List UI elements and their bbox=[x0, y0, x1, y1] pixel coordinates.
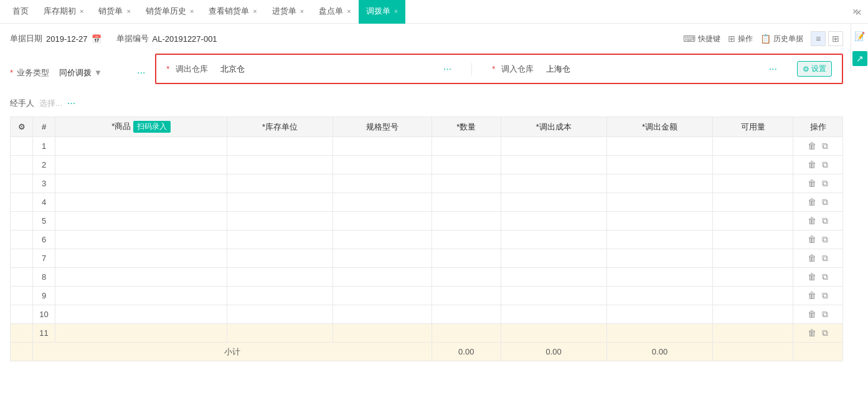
row-cost-9[interactable] bbox=[501, 287, 606, 305]
delete-icon-9[interactable]: 🗑 bbox=[808, 290, 816, 300]
row-qty-9[interactable] bbox=[432, 287, 501, 305]
row-product-1[interactable] bbox=[55, 137, 227, 156]
row-amount-10[interactable] bbox=[606, 305, 712, 324]
biz-type-dropdown-icon[interactable]: ▼ bbox=[94, 68, 102, 77]
side-note-btn[interactable]: 📝 bbox=[852, 29, 867, 44]
row-unit-5[interactable] bbox=[227, 212, 333, 231]
row-cost-8[interactable] bbox=[501, 268, 606, 287]
row-cost-2[interactable] bbox=[501, 156, 606, 174]
tab-inventory-check[interactable]: 盘点单 × bbox=[311, 0, 358, 24]
copy-icon-7[interactable]: ⧉ bbox=[822, 253, 828, 263]
row-cost-5[interactable] bbox=[501, 212, 606, 231]
list-view-btn[interactable]: ≡ bbox=[811, 31, 826, 46]
row-unit-4[interactable] bbox=[227, 193, 333, 212]
delete-icon-3[interactable]: 🗑 bbox=[808, 178, 816, 188]
close-inventory-check[interactable]: × bbox=[347, 7, 351, 15]
history-btn[interactable]: 📋 历史单据 bbox=[760, 34, 803, 44]
row-spec-4[interactable] bbox=[333, 193, 432, 212]
tab-inventory-init[interactable]: 库存期初 × bbox=[36, 0, 91, 24]
row-amount-11[interactable] bbox=[606, 324, 712, 343]
shortcut-btn[interactable]: ⌨ 快捷键 bbox=[683, 34, 720, 44]
tab-sales-history[interactable]: 销货单历史 × bbox=[138, 0, 201, 24]
row-unit-11[interactable] bbox=[227, 324, 333, 343]
row-spec-2[interactable] bbox=[333, 156, 432, 174]
row-unit-8[interactable] bbox=[227, 268, 333, 287]
row-qty-7[interactable] bbox=[432, 249, 501, 268]
tab-transfer-order[interactable]: 调拨单 × bbox=[359, 0, 405, 24]
row-amount-3[interactable] bbox=[606, 174, 712, 193]
row-product-4[interactable] bbox=[55, 193, 227, 212]
row-cost-10[interactable] bbox=[501, 305, 606, 324]
row-qty-6[interactable] bbox=[432, 231, 501, 249]
row-qty-11[interactable] bbox=[432, 324, 501, 343]
handler-select[interactable]: 选择... bbox=[39, 98, 62, 109]
biz-type-more-icon[interactable]: ··· bbox=[137, 67, 145, 79]
row-product-9[interactable] bbox=[55, 287, 227, 305]
row-unit-7[interactable] bbox=[227, 249, 333, 268]
tab-view-sales[interactable]: 查看销货单 × bbox=[201, 0, 264, 24]
row-amount-9[interactable] bbox=[606, 287, 712, 305]
row-amount-8[interactable] bbox=[606, 268, 712, 287]
delete-icon-8[interactable]: 🗑 bbox=[808, 272, 816, 282]
row-cost-7[interactable] bbox=[501, 249, 606, 268]
row-spec-9[interactable] bbox=[333, 287, 432, 305]
row-amount-6[interactable] bbox=[606, 231, 712, 249]
tab-sales-order[interactable]: 销货单 × bbox=[91, 0, 138, 24]
row-product-7[interactable] bbox=[55, 249, 227, 268]
copy-icon-3[interactable]: ⧉ bbox=[822, 178, 828, 188]
row-cost-3[interactable] bbox=[501, 174, 606, 193]
row-spec-3[interactable] bbox=[333, 174, 432, 193]
copy-icon-10[interactable]: ⧉ bbox=[822, 309, 828, 319]
copy-icon-1[interactable]: ⧉ bbox=[822, 141, 828, 151]
close-inventory-init[interactable]: × bbox=[80, 7, 83, 15]
row-product-2[interactable] bbox=[55, 156, 227, 174]
delete-icon-1[interactable]: 🗑 bbox=[808, 141, 816, 151]
close-sales-history[interactable]: × bbox=[190, 7, 194, 15]
row-spec-1[interactable] bbox=[333, 137, 432, 156]
side-export-btn[interactable]: ↗ bbox=[852, 51, 867, 66]
row-unit-10[interactable] bbox=[227, 305, 333, 324]
window-close-btn[interactable]: × bbox=[849, 0, 868, 26]
row-spec-10[interactable] bbox=[333, 305, 432, 324]
row-cost-1[interactable] bbox=[501, 137, 606, 156]
row-cost-6[interactable] bbox=[501, 231, 606, 249]
close-view-sales[interactable]: × bbox=[253, 7, 257, 15]
tab-home[interactable]: 首页 bbox=[5, 0, 36, 24]
row-qty-5[interactable] bbox=[432, 212, 501, 231]
row-unit-3[interactable] bbox=[227, 174, 333, 193]
handler-more-btn[interactable]: ··· bbox=[67, 98, 75, 109]
operate-btn[interactable]: ⊞ 操作 bbox=[728, 34, 753, 44]
row-unit-1[interactable] bbox=[227, 137, 333, 156]
copy-icon-6[interactable]: ⧉ bbox=[822, 234, 828, 244]
row-amount-4[interactable] bbox=[606, 193, 712, 212]
transfer-out-more-btn[interactable]: ··· bbox=[443, 64, 451, 75]
tab-purchase-order[interactable]: 进货单 × bbox=[265, 0, 311, 24]
close-purchase-order[interactable]: × bbox=[300, 7, 304, 15]
row-unit-6[interactable] bbox=[227, 231, 333, 249]
row-spec-11[interactable] bbox=[333, 324, 432, 343]
copy-icon-9[interactable]: ⧉ bbox=[822, 290, 828, 300]
scan-btn[interactable]: 扫码录入 bbox=[133, 121, 171, 133]
row-product-6[interactable] bbox=[55, 231, 227, 249]
copy-icon-2[interactable]: ⧉ bbox=[822, 159, 828, 169]
delete-icon-11[interactable]: 🗑 bbox=[808, 328, 816, 338]
row-amount-5[interactable] bbox=[606, 212, 712, 231]
row-spec-6[interactable] bbox=[333, 231, 432, 249]
row-product-3[interactable] bbox=[55, 174, 227, 193]
row-spec-8[interactable] bbox=[333, 268, 432, 287]
row-amount-2[interactable] bbox=[606, 156, 712, 174]
row-cost-11[interactable] bbox=[501, 324, 606, 343]
row-amount-7[interactable] bbox=[606, 249, 712, 268]
delete-icon-4[interactable]: 🗑 bbox=[808, 197, 816, 207]
row-product-8[interactable] bbox=[55, 268, 227, 287]
row-qty-3[interactable] bbox=[432, 174, 501, 193]
th-gear[interactable]: ⚙ bbox=[11, 117, 33, 137]
row-qty-10[interactable] bbox=[432, 305, 501, 324]
row-product-11[interactable] bbox=[55, 324, 227, 343]
delete-icon-2[interactable]: 🗑 bbox=[808, 159, 816, 169]
row-qty-1[interactable] bbox=[432, 137, 501, 156]
delete-icon-5[interactable]: 🗑 bbox=[808, 216, 816, 226]
copy-icon-5[interactable]: ⧉ bbox=[822, 216, 828, 226]
row-unit-2[interactable] bbox=[227, 156, 333, 174]
copy-icon-11[interactable]: ⧉ bbox=[822, 328, 828, 338]
